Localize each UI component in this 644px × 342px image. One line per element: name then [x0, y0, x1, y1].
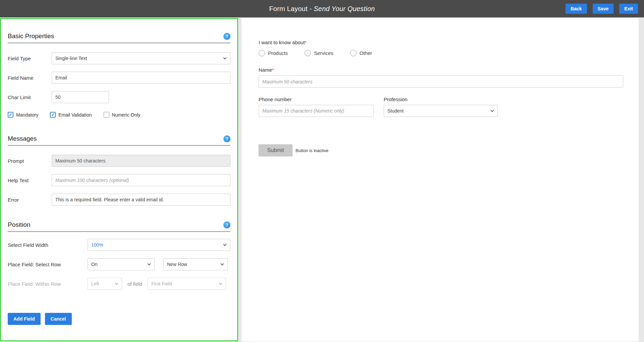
- help-text-input[interactable]: [52, 174, 230, 186]
- radio-other[interactable]: Other: [350, 50, 372, 56]
- chevron-down-icon: [221, 262, 224, 265]
- field-width-label: Select Field Width: [8, 242, 88, 248]
- profession-select[interactable]: Student: [384, 105, 498, 117]
- submit-row: Submit Button is inactive: [259, 144, 639, 156]
- prompt-row: Prompt: [8, 155, 230, 167]
- prompt-input: [52, 155, 230, 167]
- help-icon[interactable]: ?: [223, 33, 230, 40]
- field-width-value: 100%: [91, 242, 103, 248]
- numeric-only-checkbox-label: Numeric Only: [112, 112, 141, 118]
- exit-button[interactable]: Exit: [619, 4, 638, 14]
- phone-input[interactable]: [259, 105, 374, 117]
- chevron-down-icon: [219, 281, 222, 285]
- required-asterisk: *: [305, 40, 307, 45]
- header-buttons: Back Save Exit: [566, 4, 644, 14]
- section-title-position: Position: [8, 221, 31, 228]
- add-field-button[interactable]: Add Field: [8, 313, 41, 325]
- within-row-field-value: First Field: [151, 281, 172, 286]
- form-preview-panel: I want to know about* Products Services …: [241, 18, 639, 341]
- mandatory-checkbox[interactable]: Mandatory: [8, 112, 38, 118]
- char-limit-row: Char Limit: [8, 91, 230, 103]
- section-title-messages: Messages: [8, 135, 37, 142]
- field-name-label: Field Name: [8, 75, 52, 81]
- field-editor-panel: Basic Properties ? Field Type Single-lin…: [0, 18, 238, 341]
- checkbox-icon[interactable]: [8, 112, 13, 118]
- header: Form Layout - Send Your Question Back Sa…: [0, 0, 644, 17]
- char-limit-label: Char Limit: [8, 94, 52, 100]
- within-row-side-select: Left: [88, 278, 122, 290]
- section-divider: [8, 231, 230, 232]
- checkbox-icon[interactable]: [104, 112, 109, 118]
- email-validation-checkbox-label: Email Validation: [58, 112, 92, 118]
- help-text-label: Help Text: [8, 178, 52, 183]
- error-row: Error: [8, 194, 230, 206]
- phone-profession-row: Phone number Profession Student: [259, 96, 639, 117]
- profession-label: Profession: [384, 96, 498, 102]
- cancel-button[interactable]: Cancel: [45, 313, 72, 325]
- error-label: Error: [8, 197, 52, 203]
- chevron-down-icon: [223, 56, 227, 59]
- required-asterisk: *: [272, 67, 274, 73]
- char-limit-input[interactable]: [52, 91, 109, 103]
- help-icon[interactable]: ?: [223, 135, 230, 142]
- profession-value: Student: [387, 108, 404, 114]
- know-about-label: I want to know about*: [259, 40, 639, 45]
- row-position-value: On: [91, 262, 98, 267]
- editor-action-buttons: Add Field Cancel: [8, 313, 72, 325]
- page-title-prefix: Form Layout -: [269, 5, 312, 12]
- field-type-label: Field Type: [8, 56, 52, 61]
- know-about-label-text: I want to know about: [259, 40, 305, 45]
- name-label-text: Name: [259, 67, 272, 73]
- chevron-down-icon: [115, 281, 118, 285]
- prompt-label: Prompt: [8, 158, 52, 164]
- basic-properties-section-header: Basic Properties ?: [8, 32, 230, 40]
- field-type-value: Single-line Text: [55, 56, 87, 61]
- radio-products[interactable]: Products: [259, 50, 288, 56]
- row-target-select[interactable]: New Row: [163, 258, 228, 270]
- section-divider: [8, 145, 230, 146]
- field-width-row: Select Field Width 100%: [8, 239, 230, 251]
- submit-button[interactable]: Submit: [259, 144, 292, 156]
- field-width-select[interactable]: 100%: [88, 239, 230, 251]
- field-name-input[interactable]: [52, 72, 230, 84]
- messages-section-header: Messages ?: [8, 135, 230, 142]
- chevron-down-icon: [223, 243, 227, 246]
- page-title: Form Layout - Send Your Question: [269, 5, 375, 13]
- know-about-options: Products Services Other: [259, 50, 639, 56]
- field-name-row: Field Name: [8, 72, 230, 84]
- within-row-side-value: Left: [91, 281, 99, 286]
- field-type-row: Field Type Single-line Text: [8, 52, 230, 64]
- radio-products-label: Products: [268, 50, 288, 56]
- row-position-select[interactable]: On: [88, 258, 155, 270]
- radio-icon[interactable]: [259, 50, 265, 56]
- back-button[interactable]: Back: [566, 4, 587, 14]
- radio-services[interactable]: Services: [305, 50, 333, 56]
- position-section-header: Position ?: [8, 221, 230, 228]
- chevron-down-icon: [148, 262, 151, 265]
- place-row-label: Place Field: Select Row: [8, 262, 88, 267]
- chevron-down-icon: [491, 109, 494, 112]
- save-button[interactable]: Save: [593, 4, 614, 14]
- radio-icon[interactable]: [305, 50, 311, 56]
- error-input[interactable]: [52, 194, 230, 206]
- row-target-value: New Row: [167, 262, 187, 267]
- phone-label: Phone number: [259, 96, 374, 102]
- email-validation-checkbox[interactable]: Email Validation: [50, 112, 92, 118]
- name-input[interactable]: [259, 75, 623, 88]
- page-title-form-name: Send Your Question: [314, 5, 375, 12]
- radio-icon[interactable]: [350, 50, 357, 56]
- section-title-basic-properties: Basic Properties: [8, 32, 54, 40]
- within-row: Place Field: Within Row Left of field Fi…: [8, 278, 230, 290]
- within-row-connector-text: of field: [127, 281, 142, 287]
- place-row: Place Field: Select Row On New Row: [8, 258, 230, 270]
- numeric-only-checkbox[interactable]: Numeric Only: [104, 112, 141, 118]
- help-icon[interactable]: ?: [223, 221, 230, 228]
- radio-services-label: Services: [314, 50, 333, 56]
- checkbox-icon[interactable]: [50, 112, 56, 118]
- validation-checkbox-row: Mandatory Email Validation Numeric Only: [8, 112, 230, 118]
- submit-inactive-note: Button is inactive: [296, 148, 328, 153]
- field-type-select[interactable]: Single-line Text: [52, 52, 230, 64]
- help-text-row: Help Text: [8, 174, 230, 186]
- within-row-label: Place Field: Within Row: [8, 281, 88, 287]
- name-label: Name*: [259, 67, 639, 73]
